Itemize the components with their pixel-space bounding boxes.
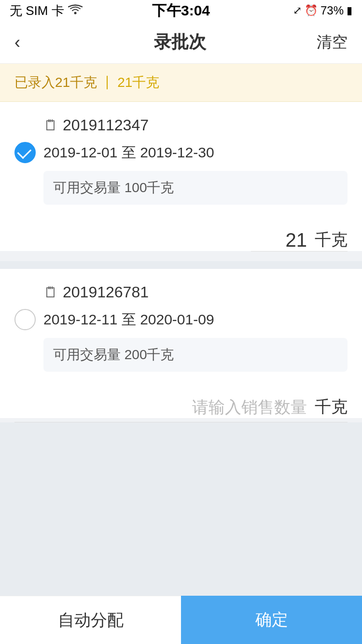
auto-distribute-button[interactable]: 自动分配: [0, 596, 181, 644]
wifi-icon: [68, 3, 83, 18]
batch2-availability: 可用交易量 200千克: [43, 338, 348, 372]
page-title: 录批次: [154, 30, 206, 54]
nav-bar: ‹ 录批次 清空: [0, 21, 362, 64]
carrier-text: 无 SIM 卡: [10, 2, 64, 19]
svg-point-0: [74, 12, 76, 14]
recorded-value: 21千克: [117, 73, 159, 92]
section-separator: [0, 261, 362, 269]
location-icon: ⤢: [293, 4, 302, 17]
status-left: 无 SIM 卡: [10, 2, 83, 19]
batch2-radio[interactable]: [14, 309, 36, 330]
batch2-input-unit: 千克: [315, 396, 348, 418]
status-time: 下午3:04: [152, 1, 210, 21]
batch2-input-row: 千克: [0, 386, 362, 418]
status-right: ⤢ ⏰ 73% ▮: [293, 4, 352, 17]
batch2-date: 2019-12-11 至 2020-01-09: [43, 310, 214, 330]
bottom-bar: 自动分配 确定: [0, 596, 362, 644]
info-banner: 已录入21千克 21千克: [0, 64, 362, 102]
batch1-quantity-unit: 千克: [315, 229, 348, 251]
status-bar: 无 SIM 卡 下午3:04 ⤢ ⏰ 73% ▮: [0, 0, 362, 21]
recorded-label: 已录入21千克: [14, 73, 97, 92]
batch2-header: 🗒 2019126781: [14, 283, 348, 301]
alarm-icon: ⏰: [305, 4, 318, 17]
banner-divider: [107, 76, 108, 89]
batch1-quantity-row: 21 千克: [0, 219, 362, 251]
batch-item-1: 🗒 2019112347 2019-12-01 至 2019-12-30 可用交…: [0, 102, 362, 219]
battery-text: 73%: [320, 4, 344, 17]
batch1-id: 2019112347: [63, 116, 149, 134]
batch2-icon: 🗒: [43, 284, 58, 301]
batch1-icon: 🗒: [43, 117, 58, 134]
batch1-underline: [251, 251, 348, 252]
batch-item-2: 🗒 2019126781 2019-12-11 至 2020-01-09 可用交…: [0, 269, 362, 386]
batch1-availability: 可用交易量 100千克: [43, 171, 348, 205]
batch1-quantity-value: 21: [286, 229, 307, 251]
batch1-header: 🗒 2019112347: [14, 116, 348, 134]
clear-button[interactable]: 清空: [317, 32, 348, 53]
batch1-date-row: 2019-12-01 至 2019-12-30: [14, 142, 348, 163]
batch1-radio[interactable]: [14, 142, 36, 163]
batch1-date: 2019-12-01 至 2019-12-30: [43, 143, 214, 163]
confirm-button[interactable]: 确定: [181, 596, 362, 644]
batch2-quantity-input[interactable]: [14, 398, 307, 417]
batch2-date-row: 2019-12-11 至 2020-01-09: [14, 309, 348, 330]
back-button[interactable]: ‹: [14, 32, 43, 53]
battery-icon: ▮: [347, 4, 352, 17]
batch2-id: 2019126781: [63, 283, 149, 301]
